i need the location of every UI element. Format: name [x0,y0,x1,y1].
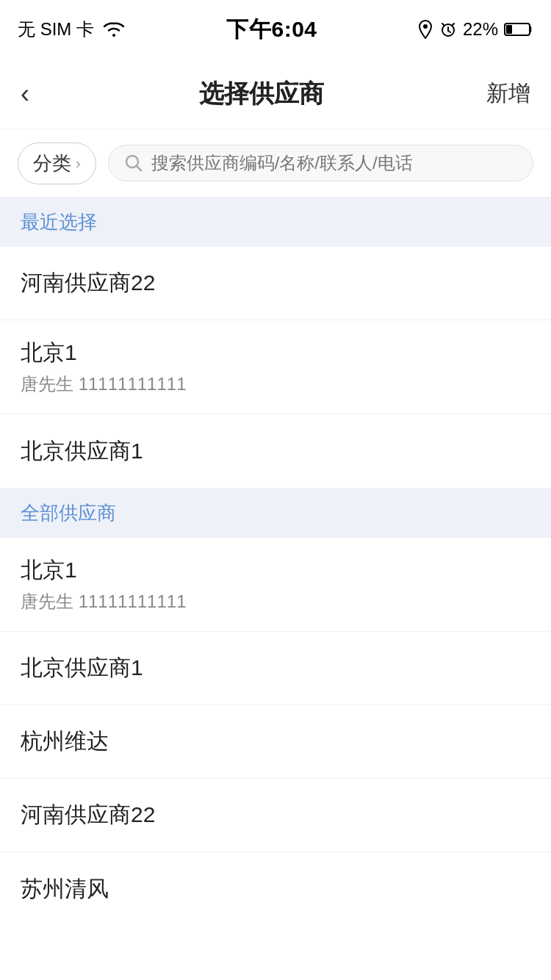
recent-header-text: 最近选择 [21,209,97,235]
item-name: 北京供应商1 [21,653,530,683]
search-box [108,145,533,181]
search-icon [123,153,144,173]
svg-point-0 [423,24,428,29]
battery-icon [504,21,533,37]
category-button[interactable]: 分类 › [18,143,96,184]
all-header-text: 全部供应商 [21,500,116,526]
svg-rect-3 [506,25,512,34]
item-name: 杭州维达 [21,727,530,757]
chevron-right-icon: › [76,155,81,172]
recent-section-header: 最近选择 [0,197,551,247]
battery-percent: 22% [463,19,498,40]
location-icon [417,20,433,39]
item-sub: 唐先生 11111111111 [21,372,530,396]
list-item[interactable]: 苏州清风 [0,852,551,926]
list-item[interactable]: 北京供应商1 [0,414,551,488]
all-section-header: 全部供应商 [0,488,551,538]
new-action-button[interactable]: 新增 [486,79,530,109]
status-right: 22% [417,19,533,40]
status-left: 无 SIM 卡 [18,18,126,41]
category-label: 分类 [33,151,71,176]
list-item[interactable]: 杭州维达 [0,705,551,779]
filter-bar: 分类 › [0,129,551,197]
item-name: 北京供应商1 [21,436,530,466]
item-sub: 唐先生 11111111111 [21,590,530,613]
list-item[interactable]: 河南供应商22 [0,779,551,852]
item-name: 北京1 [21,555,530,586]
status-time: 下午6:04 [226,15,317,45]
list-item[interactable]: 北京供应商1 [0,632,551,705]
list-item[interactable]: 河南供应商22 [0,247,551,320]
list-item[interactable]: 北京1 唐先生 11111111111 [0,320,551,414]
list-item[interactable]: 北京1 唐先生 11111111111 [0,538,551,632]
item-name: 北京1 [21,338,530,368]
back-button[interactable]: ‹ [13,71,37,117]
nav-bar: ‹ 选择供应商 新增 [0,59,551,129]
item-name: 河南供应商22 [21,268,530,298]
item-name: 苏州清风 [21,874,530,904]
all-items-list: 北京1 唐先生 11111111111 北京供应商1 杭州维达 河南供应商22 … [0,538,551,926]
wifi-icon [101,21,126,38]
sim-label: 无 SIM 卡 [18,18,94,41]
recent-items-list: 河南供应商22 北京1 唐先生 11111111111 北京供应商1 [0,247,551,488]
alarm-icon [439,20,457,39]
item-name: 河南供应商22 [21,800,530,830]
status-bar: 无 SIM 卡 下午6:04 22% [0,0,551,59]
search-input[interactable] [151,153,518,173]
page-title: 选择供应商 [37,77,486,111]
